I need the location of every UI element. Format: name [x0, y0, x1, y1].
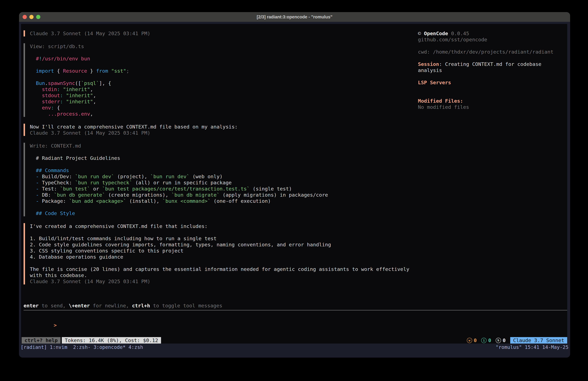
status-bar: ctrl+? help Tokens: 16.4K (8%), Cost: $0…	[21, 337, 567, 344]
chat-history: Claude 3.7 Sonnet (14 May 2025 03:41 PM)…	[23, 30, 404, 285]
sidebar-line: © OpenCode 0.0.45	[418, 30, 565, 37]
chat-line: #!/usr/bin/env bun	[30, 56, 404, 62]
session-sidebar: © OpenCode 0.0.45github.com/sst/opencode…	[418, 30, 565, 110]
terminal-window: [2/3] radiant:3:opencode - "romulus" Cla…	[19, 12, 570, 358]
chat-line: env: {	[30, 105, 404, 111]
chat-line: - TypeCheck: `bun run typecheck` (all) o…	[30, 179, 404, 186]
chat-line: 2. Code style guidelines covering import…	[30, 242, 404, 248]
chat-line: - Test: `bun test` or `bun test packages…	[30, 186, 404, 192]
chat-line: import { Resource } from "sst";	[30, 68, 404, 74]
sidebar-line: cwd: /home/thdxr/dev/projects/radiant/ra…	[418, 49, 565, 55]
diagnostic-hint-icon: h0	[496, 337, 506, 343]
chat-line: stdout: "inherit",	[30, 92, 404, 98]
tokens-cost-chip: Tokens: 16.4K (8%), Cost: $0.12	[62, 337, 161, 344]
diagnostic-count: 0	[474, 337, 477, 343]
keybinding-hint: enter to send, \+enter for newline, ctrl…	[23, 303, 404, 309]
assistant-message-block: Claude 3.7 Sonnet (14 May 2025 03:41 PM)	[23, 30, 404, 37]
chat-line: - DB: `bun db generate` (create migratio…	[30, 192, 404, 198]
chat-line: View: script/db.ts	[30, 43, 404, 49]
sidebar-line: Session: Creating CONTEXT.md for codebas…	[418, 61, 565, 67]
chat-line: - Package: `bun add <package>` (install)…	[30, 198, 404, 204]
help-chip[interactable]: ctrl+? help	[22, 337, 61, 344]
chat-line: I've created a comprehensive CONTEXT.md …	[30, 223, 404, 229]
chat-line: ...process.env,	[30, 111, 404, 117]
tmux-windows-list: [radiant] 1:nvim 2:zsh- 3:opencode* 4:zs…	[21, 344, 143, 350]
sidebar-line	[418, 55, 565, 61]
chat-line: - Build/Dev: `bun run dev` (project), `b…	[30, 173, 404, 179]
diagnostic-warning-icon: w0	[467, 337, 477, 343]
sidebar-line: Modified Files:	[418, 98, 565, 104]
chat-line	[30, 149, 404, 155]
chat-line: Claude 3.7 Sonnet (14 May 2025 03:41 PM)	[30, 278, 404, 285]
chat-line: ## Code Style	[30, 210, 404, 216]
chat-line	[30, 62, 404, 68]
window-title: [2/3] radiant:3:opencode - "romulus"	[19, 15, 570, 20]
chat-line: ## Commands	[30, 167, 404, 173]
chat-line	[30, 49, 404, 56]
diagnostic-info-icon: i0	[481, 337, 491, 343]
sidebar-line: LSP Servers	[418, 79, 565, 86]
chat-line: Now I'll create a comprehensive CONTEXT.…	[30, 124, 404, 130]
chat-line: stderr: "inherit",	[30, 98, 404, 105]
sidebar-line	[418, 92, 565, 98]
window-titlebar: [2/3] radiant:3:opencode - "romulus"	[19, 12, 570, 22]
chat-line	[30, 204, 404, 210]
prompt-input[interactable]: >	[23, 316, 404, 334]
tmux-session-clock: "romulus" 15:41 14-May-25	[496, 344, 568, 350]
chat-line	[30, 229, 404, 235]
chat-line: Claude 3.7 Sonnet (14 May 2025 03:41 PM)	[30, 130, 404, 136]
chat-line: Claude 3.7 Sonnet (14 May 2025 03:41 PM)	[30, 30, 404, 37]
chat-line	[30, 260, 404, 266]
input-divider	[23, 310, 567, 311]
sidebar-line	[418, 43, 565, 49]
chat-line: Bun.spawnSync([`psql`], {	[30, 80, 404, 86]
hint-line: enter to send, \+enter for newline, ctrl…	[23, 303, 404, 309]
assistant-message-block: Now I'll create a comprehensive CONTEXT.…	[23, 124, 404, 136]
model-chip[interactable]: Claude 3.7 Sonnet	[510, 337, 567, 344]
sidebar-line: No modified files	[418, 104, 565, 110]
sidebar-line	[418, 86, 565, 92]
tool-call-block: View: script/db.ts #!/usr/bin/env bun im…	[23, 43, 404, 117]
chat-column: Claude 3.7 Sonnet (14 May 2025 03:41 PM)…	[23, 24, 404, 334]
sidebar-line: github.com/sst/opencode	[418, 37, 565, 43]
diagnostic-count: 0	[503, 337, 506, 343]
warning-icon: w	[467, 338, 472, 343]
tmux-status-bar: [radiant] 1:nvim 2:zsh- 3:opencode* 4:zs…	[19, 344, 570, 350]
opencode-app: Claude 3.7 Sonnet (14 May 2025 03:41 PM)…	[21, 24, 567, 344]
assistant-message-block: I've created a comprehensive CONTEXT.md …	[23, 223, 404, 285]
diagnostic-count: 0	[488, 337, 491, 343]
sidebar-line	[418, 73, 565, 79]
chat-line: Write: CONTEXT.md	[30, 143, 404, 149]
chat-line: The file is concise (20 lines) and captu…	[30, 266, 404, 272]
chat-line	[30, 74, 404, 80]
chat-line: 1. Build/lint/test commands including ho…	[30, 235, 404, 242]
info-icon: i	[481, 338, 486, 343]
chat-line: with this codebase.	[30, 272, 404, 278]
chat-line: 4. Database operations guidance	[30, 254, 404, 260]
diagnostics-counters: w0i0h0	[464, 337, 506, 343]
tool-call-block: Write: CONTEXT.md # Radiant Project Guid…	[23, 143, 404, 216]
chat-line	[30, 161, 404, 167]
chat-line: # Radiant Project Guidelines	[30, 155, 404, 161]
terminal-content: Claude 3.7 Sonnet (14 May 2025 03:41 PM)…	[19, 22, 570, 358]
hint-icon: h	[496, 338, 501, 343]
chat-line: 3. CSS styling conventions specific to t…	[30, 248, 404, 254]
prompt-caret: >	[54, 322, 57, 328]
sidebar-line: analysis	[418, 67, 565, 73]
chat-line: stdin: "inherit",	[30, 86, 404, 92]
